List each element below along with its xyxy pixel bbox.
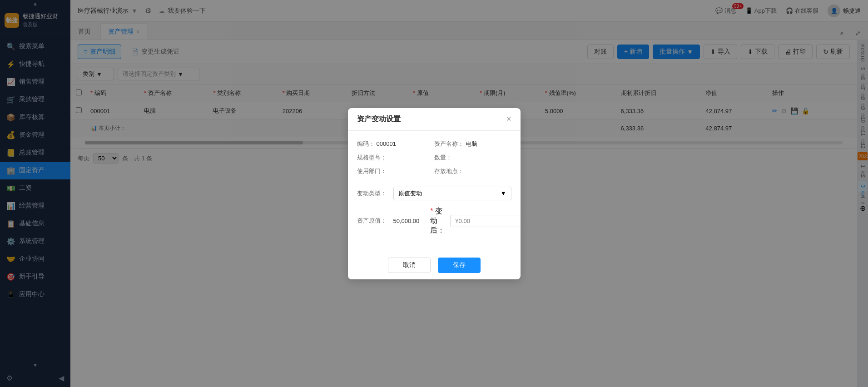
modal-name-item: 资产名称： 电脑: [434, 140, 511, 148]
modal-save-button[interactable]: 保存: [438, 258, 481, 273]
modal-body: 编码： 000001 资产名称： 电脑 规格型号： 数量：: [348, 131, 521, 251]
modal-value-row: 资产原值： 50,000.00 * 变动后：: [357, 207, 511, 235]
modal-info-row-2: 规格型号： 数量：: [357, 154, 511, 162]
modal-title: 资产变动设置: [357, 114, 401, 124]
modal-location-label: 存放地点：: [434, 167, 464, 175]
modal-spec-label: 规格型号：: [357, 154, 387, 162]
modal-quantity-label: 数量：: [434, 154, 452, 162]
modal-dept-item: 使用部门：: [357, 167, 434, 175]
modal-close-button[interactable]: ×: [506, 114, 511, 124]
modal-overlay: 资产变动设置 × 编码： 000001 资产名称： 电脑 规格型号：: [0, 0, 868, 387]
modal-after-input[interactable]: [450, 215, 520, 227]
modal-dept-label: 使用部门：: [357, 167, 387, 175]
modal-code-value: 000001: [377, 140, 396, 147]
modal-change-type-row: 变动类型： 原值变动 ▼: [357, 187, 511, 200]
modal-info-row-1: 编码： 000001 资产名称： 电脑: [357, 140, 511, 148]
modal-footer: 取消 保存: [348, 251, 521, 279]
change-type-arrow-icon: ▼: [501, 190, 506, 197]
modal-code-label: 编码：: [357, 140, 375, 148]
modal-quantity-item: 数量：: [434, 154, 511, 162]
modal-original-value: 50,000.00: [393, 218, 420, 224]
change-type-value: 原值变动: [398, 189, 422, 198]
modal-original-label: 资产原值：: [357, 217, 390, 225]
modal-change-type-label: 变动类型：: [357, 189, 390, 198]
modal-cancel-button[interactable]: 取消: [388, 258, 431, 273]
modal-change-type-select[interactable]: 原值变动 ▼: [393, 187, 511, 200]
modal-name-value: 电脑: [466, 140, 477, 148]
modal-name-label: 资产名称：: [434, 140, 464, 148]
modal-required-mark: * 变动后：: [430, 207, 445, 235]
modal-divider: [357, 181, 511, 181]
modal-code-item: 编码： 000001: [357, 140, 434, 148]
modal-spec-item: 规格型号：: [357, 154, 434, 162]
asset-change-modal: 资产变动设置 × 编码： 000001 资产名称： 电脑 规格型号：: [348, 108, 521, 279]
modal-header: 资产变动设置 ×: [348, 108, 521, 131]
modal-info-row-3: 使用部门： 存放地点：: [357, 167, 511, 175]
modal-location-item: 存放地点：: [434, 167, 511, 175]
